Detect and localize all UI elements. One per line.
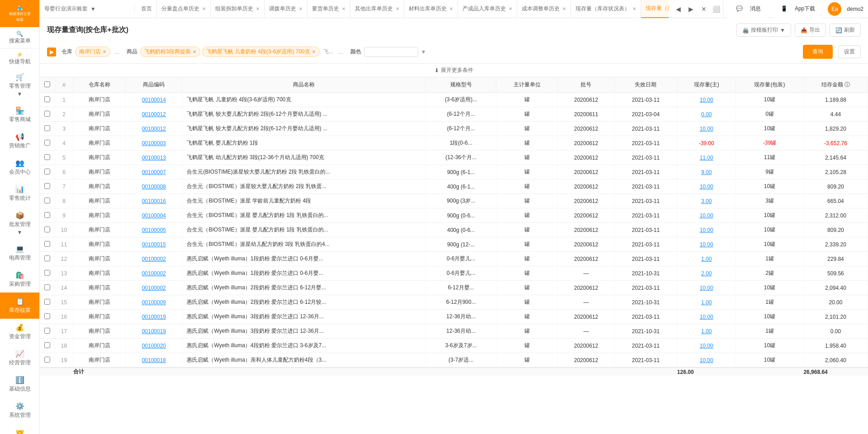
row-checkbox[interactable] <box>44 284 50 290</box>
cell-qty-main[interactable]: 10.00 <box>677 208 736 223</box>
cell-code[interactable]: 00100007 <box>126 165 182 179</box>
row-checkbox[interactable] <box>44 198 50 203</box>
cell-code[interactable]: 00100019 <box>126 324 182 339</box>
cell-code[interactable]: 00100009 <box>126 295 182 310</box>
row-checkbox[interactable] <box>44 226 50 232</box>
avatar[interactable]: Ea <box>828 2 841 16</box>
tab-cost-adjust[interactable]: 成本调整单历史 ✕ <box>517 0 571 18</box>
tab-other-out[interactable]: 其他出库单历史 ✕ <box>350 0 404 18</box>
sidebar-item-wholesale[interactable]: 📦 批发管理 ▼ <box>0 207 39 240</box>
cell-code[interactable]: 00100003 <box>126 136 182 151</box>
cell-qty-main[interactable]: 10.00 <box>677 237 736 252</box>
cell-qty-main[interactable]: 10.00 <box>677 281 736 295</box>
settings-button[interactable]: 设置 <box>838 45 861 58</box>
cell-qty-main[interactable]: 10.00 <box>677 179 736 194</box>
cell-checkbox[interactable] <box>40 310 55 324</box>
sidebar-item-purchase[interactable]: 🛍️ 采购管理 <box>0 266 39 292</box>
cell-checkbox[interactable] <box>40 122 55 136</box>
row-checkbox[interactable] <box>44 183 50 189</box>
cell-code[interactable]: 00100012 <box>126 107 182 122</box>
cell-code[interactable]: 00100002 <box>126 266 182 281</box>
sidebar-item-finance[interactable]: 💰 资金管理 <box>0 319 39 345</box>
sidebar-item-collab[interactable]: 🤝 企业协同 <box>0 424 39 434</box>
sidebar-item-member[interactable]: 👥 会员中心 <box>0 154 39 180</box>
row-checkbox[interactable] <box>44 270 50 276</box>
cell-checkbox[interactable] <box>40 281 55 295</box>
print-button[interactable]: 🖨️ 按模板打印 ▼ <box>736 24 791 37</box>
cell-qty-main[interactable]: 10.00 <box>677 93 736 107</box>
cell-code[interactable]: 00100002 <box>126 281 182 295</box>
tab-requisition[interactable]: 要货单历史 ✕ <box>307 0 350 18</box>
cell-qty-main[interactable]: 0.00 <box>677 107 736 122</box>
tab-home[interactable]: 首页 <box>137 0 157 18</box>
filter-expand-icon[interactable]: ▶ <box>47 47 56 57</box>
sidebar-item-retail[interactable]: 🛒 零售管理 ▼ <box>0 68 39 102</box>
close-icon[interactable]: ✕ <box>396 6 399 11</box>
cell-checkbox[interactable] <box>40 266 55 281</box>
tab-stock-status[interactable]: 现存量（库存状况表） ✕ <box>571 0 641 18</box>
cell-code[interactable]: 00100018 <box>126 353 182 368</box>
cell-checkbox[interactable] <box>40 353 55 368</box>
expand-conditions-button[interactable]: ⬇ 展开更多条件 <box>434 66 473 74</box>
row-checkbox[interactable] <box>44 125 50 131</box>
row-checkbox[interactable] <box>44 313 50 319</box>
app-download-button[interactable]: 📱 App下载 <box>774 0 822 20</box>
cell-qty-main[interactable]: -39.00 <box>677 136 736 151</box>
tab-transfer[interactable]: 调拨单历史 ✕ <box>264 0 307 18</box>
cell-qty-main[interactable]: 11.00 <box>677 151 736 165</box>
sidebar-item-quick[interactable]: ⚡ 快捷导航 <box>0 49 39 68</box>
sidebar-item-ecommerce[interactable]: 💻 电商管理 <box>0 240 39 266</box>
cell-checkbox[interactable] <box>40 151 55 165</box>
close-icon[interactable]: ✕ <box>449 6 453 11</box>
row-checkbox[interactable] <box>44 96 50 102</box>
sidebar-item-shop[interactable]: 🏪 零售商城 <box>0 102 39 128</box>
tab-material-out[interactable]: 材料出库单历史 ✕ <box>404 0 458 18</box>
row-checkbox[interactable] <box>44 357 50 363</box>
cell-checkbox[interactable] <box>40 107 55 122</box>
cell-qty-main[interactable]: 10.00 <box>677 310 736 324</box>
product-tag-remove[interactable]: ✕ <box>312 49 316 54</box>
close-icon[interactable]: ✕ <box>202 6 206 11</box>
sidebar-item-marketing[interactable]: 📢 营销推广 <box>0 128 39 154</box>
cell-qty-main[interactable]: 3.00 <box>677 194 736 208</box>
refresh-button[interactable]: 🔄 刷新 <box>830 24 861 37</box>
query-button[interactable]: 查询 <box>803 45 833 59</box>
row-checkbox[interactable] <box>44 255 50 261</box>
cell-qty-main[interactable]: 10.00 <box>677 122 736 136</box>
tab-stocktake[interactable]: 分量盘点单历史 ✕ <box>157 0 211 18</box>
nav-close[interactable]: ✕ <box>699 5 708 14</box>
cell-qty-main[interactable]: 1.00 <box>677 295 736 310</box>
cell-checkbox[interactable] <box>40 93 55 107</box>
row-checkbox[interactable] <box>44 241 50 247</box>
cell-code[interactable]: 00100015 <box>126 237 182 252</box>
cell-checkbox[interactable] <box>40 165 55 179</box>
cell-checkbox[interactable] <box>40 324 55 339</box>
row-checkbox[interactable] <box>44 111 50 117</box>
nav-prev[interactable]: ◀ <box>674 5 683 14</box>
cell-qty-main[interactable]: 1.00 <box>677 252 736 266</box>
sidebar-item-basic[interactable]: ℹ️ 基础信息 <box>0 371 39 397</box>
cell-checkbox[interactable] <box>40 194 55 208</box>
row-checkbox[interactable] <box>44 154 50 160</box>
tab-assembly[interactable]: 组装拆卸单历史 ✕ <box>211 0 264 18</box>
row-checkbox[interactable] <box>44 212 50 218</box>
sidebar-item-retail-stats[interactable]: 📊 零售统计 <box>0 180 39 207</box>
sidebar-item-business[interactable]: 📈 经营管理 <box>0 345 39 371</box>
cell-code[interactable]: 00100016 <box>126 194 182 208</box>
cell-code[interactable]: 00100002 <box>126 252 182 266</box>
cell-checkbox[interactable] <box>40 339 55 353</box>
cell-code[interactable]: 00100005 <box>126 223 182 237</box>
close-icon[interactable]: ✕ <box>256 6 259 11</box>
cell-code[interactable]: 00100013 <box>126 151 182 165</box>
cell-checkbox[interactable] <box>40 136 55 151</box>
product-tag-remove[interactable]: ✕ <box>193 49 196 54</box>
row-checkbox[interactable] <box>44 169 50 175</box>
cell-checkbox[interactable] <box>40 237 55 252</box>
cell-code[interactable]: 00100004 <box>126 208 182 223</box>
cell-checkbox[interactable] <box>40 223 55 237</box>
cell-checkbox[interactable] <box>40 179 55 194</box>
close-icon[interactable]: ✕ <box>342 6 345 11</box>
export-button[interactable]: 📤 导出 <box>795 24 826 37</box>
close-icon[interactable]: ✕ <box>562 6 566 11</box>
row-checkbox[interactable] <box>44 328 50 334</box>
